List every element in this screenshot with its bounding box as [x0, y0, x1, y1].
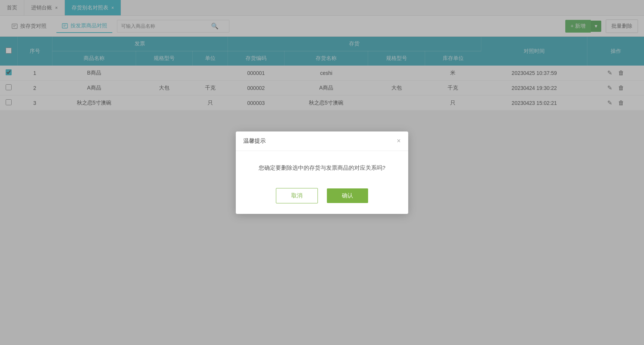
dialog: 温馨提示 × 您确定要删除选中的存货与发票商品的对应关系吗? 取消 确认	[236, 131, 408, 214]
dialog-footer: 取消 确认	[236, 182, 408, 214]
dialog-header: 温馨提示 ×	[236, 131, 408, 151]
dialog-close-button[interactable]: ×	[397, 137, 401, 144]
confirm-button[interactable]: 确认	[327, 188, 368, 203]
dialog-title: 温馨提示	[243, 137, 266, 145]
overlay: 温馨提示 × 您确定要删除选中的存货与发票商品的对应关系吗? 取消 确认	[0, 0, 644, 345]
dialog-message: 您确定要删除选中的存货与发票商品的对应关系吗?	[259, 164, 385, 171]
cancel-button[interactable]: 取消	[276, 188, 318, 203]
dialog-body: 您确定要删除选中的存货与发票商品的对应关系吗?	[236, 151, 408, 182]
